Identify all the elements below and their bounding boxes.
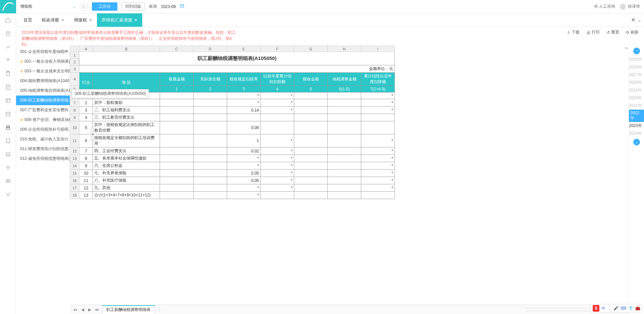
vip-icon[interactable] bbox=[0, 188, 16, 201]
data-cell[interactable]: 4 bbox=[79, 114, 93, 121]
row-header[interactable]: 1 bbox=[70, 52, 79, 59]
inbox-icon[interactable] bbox=[0, 147, 16, 161]
ime-mic-icon[interactable]: 🎤 bbox=[613, 306, 619, 311]
data-cell[interactable] bbox=[294, 99, 328, 107]
tab[interactable]: 增值税✕ bbox=[69, 13, 97, 27]
data-cell[interactable] bbox=[194, 121, 227, 134]
data-cell[interactable]: 三、职工教育经费支出 bbox=[93, 114, 160, 121]
data-cell[interactable]: * bbox=[227, 162, 261, 170]
data-cell[interactable] bbox=[361, 121, 395, 134]
data-cell[interactable]: * bbox=[261, 99, 294, 107]
data-cell[interactable] bbox=[160, 177, 194, 184]
receipt-icon[interactable] bbox=[0, 134, 16, 147]
data-cell[interactable] bbox=[261, 192, 294, 199]
data-cell[interactable]: * bbox=[361, 170, 395, 177]
data-cell[interactable] bbox=[328, 147, 361, 155]
data-cell[interactable]: 3 bbox=[79, 107, 93, 114]
consult-link[interactable]: 人工咨询 bbox=[594, 4, 615, 9]
data-cell[interactable] bbox=[294, 155, 328, 162]
data-cell[interactable]: * bbox=[361, 99, 395, 107]
sheet-tab[interactable]: 职工薪酬纳税调整明细表 bbox=[102, 305, 155, 314]
ime-toolbox-icon[interactable]: 🧰 bbox=[635, 306, 640, 311]
clipboard-icon[interactable] bbox=[0, 67, 16, 80]
data-cell[interactable] bbox=[294, 147, 328, 155]
form-list-item[interactable]: ⊘008-资产折旧、摊销及纳税... bbox=[16, 115, 70, 125]
data-cell[interactable]: * bbox=[361, 92, 395, 99]
data-cell[interactable] bbox=[194, 170, 227, 177]
video-icon[interactable] bbox=[0, 174, 16, 188]
period-value[interactable]: 2023-09 bbox=[161, 4, 176, 9]
data-cell[interactable]: 0.02 bbox=[227, 147, 261, 155]
tab[interactable]: 税表清册✕ bbox=[37, 13, 69, 27]
form-list-item[interactable]: 009-企业所得税弥补亏损明... bbox=[16, 125, 70, 134]
data-cell[interactable] bbox=[294, 184, 328, 192]
refresh-button[interactable]: ⟳ 刷新 bbox=[626, 29, 639, 35]
download-button[interactable]: ⇩ 下载 bbox=[567, 29, 580, 35]
year-item[interactable]: 2017年 bbox=[629, 71, 644, 79]
data-cell[interactable]: * bbox=[361, 107, 395, 114]
ime-punct[interactable]: ， bbox=[607, 306, 611, 311]
data-cell[interactable] bbox=[328, 170, 361, 177]
chevron-down-icon[interactable]: ⌄ bbox=[638, 18, 641, 22]
calc-icon[interactable] bbox=[0, 80, 16, 94]
data-cell[interactable] bbox=[160, 170, 194, 177]
data-cell[interactable] bbox=[194, 114, 227, 121]
data-cell[interactable]: * bbox=[261, 134, 294, 147]
data-cell[interactable]: 六、住房公积金 bbox=[93, 162, 160, 170]
sheet-nav-prev[interactable]: ◀ bbox=[80, 307, 86, 312]
year-item[interactable]: 2018年 bbox=[629, 79, 644, 86]
row-header[interactable]: 10 bbox=[70, 121, 79, 134]
form-list-item[interactable]: 011-研发费用加计扣除优惠... bbox=[16, 144, 70, 154]
data-cell[interactable] bbox=[194, 177, 227, 184]
data-cell[interactable]: * bbox=[227, 155, 261, 162]
row-header[interactable]: 7 bbox=[70, 99, 79, 107]
data-cell[interactable] bbox=[160, 121, 194, 134]
data-cell[interactable] bbox=[160, 184, 194, 192]
data-cell[interactable] bbox=[294, 162, 328, 170]
data-cell[interactable]: 13 bbox=[79, 192, 93, 199]
close-icon[interactable]: ✕ bbox=[61, 18, 64, 22]
user-menu[interactable]: 徐泽华 bbox=[620, 4, 640, 10]
data-cell[interactable]: 九、其他 bbox=[93, 184, 160, 192]
data-cell[interactable] bbox=[160, 155, 194, 162]
data-cell[interactable]: 八、补充医疗保险 bbox=[93, 177, 160, 184]
ime-logo-icon[interactable]: S bbox=[593, 305, 599, 312]
reset-button[interactable]: ↺ 重置 bbox=[606, 29, 619, 35]
year-down-icon[interactable]: ⌄ bbox=[633, 139, 640, 145]
data-cell[interactable] bbox=[160, 92, 194, 99]
data-cell[interactable] bbox=[194, 134, 227, 147]
ime-skin-icon[interactable]: 👕 bbox=[628, 306, 633, 311]
data-cell[interactable] bbox=[160, 99, 194, 107]
spreadsheet-grid[interactable]: ABCDEFGHI1职工薪酬纳税调整明细表(A105050)23金额单位：元4 … bbox=[70, 46, 629, 305]
old-version-button[interactable]: 切到旧版 bbox=[121, 2, 145, 11]
data-cell[interactable]: * bbox=[227, 184, 261, 192]
data-cell[interactable] bbox=[361, 114, 395, 121]
sheet-nav-first[interactable]: ⏮ bbox=[72, 307, 78, 312]
settings-icon[interactable] bbox=[0, 161, 16, 174]
data-cell[interactable]: * bbox=[361, 147, 395, 155]
col-header[interactable]: F bbox=[261, 46, 294, 52]
data-cell[interactable]: * bbox=[361, 134, 395, 147]
data-cell[interactable] bbox=[194, 184, 227, 192]
col-header[interactable]: G bbox=[294, 46, 328, 52]
row-header[interactable]: 14 bbox=[70, 162, 79, 170]
data-cell[interactable] bbox=[294, 192, 328, 199]
collapse-handle[interactable]: ◀ bbox=[91, 127, 94, 141]
data-cell[interactable] bbox=[361, 192, 395, 199]
ime-lang[interactable]: 中 bbox=[601, 306, 605, 311]
col-header[interactable]: A bbox=[79, 46, 93, 52]
data-cell[interactable] bbox=[160, 162, 194, 170]
data-cell[interactable]: 0.08 bbox=[227, 121, 261, 134]
data-cell[interactable]: 0.05 bbox=[227, 177, 261, 184]
data-cell[interactable]: 二、职工福利费支出 bbox=[93, 107, 160, 114]
data-cell[interactable] bbox=[294, 134, 328, 147]
year-item[interactable]: 2023年 bbox=[629, 122, 644, 130]
data-cell[interactable]: 其中：按税收规定比例扣除的职工教育经费 bbox=[93, 121, 160, 134]
data-cell[interactable] bbox=[194, 147, 227, 155]
data-cell[interactable] bbox=[328, 99, 361, 107]
sheet-nav-next[interactable]: ▶ bbox=[87, 307, 93, 312]
data-cell[interactable] bbox=[261, 114, 294, 121]
row-header[interactable]: 12 bbox=[70, 147, 79, 155]
close-panel-icon[interactable]: ✕ bbox=[631, 17, 635, 23]
data-cell[interactable]: * bbox=[361, 184, 395, 192]
